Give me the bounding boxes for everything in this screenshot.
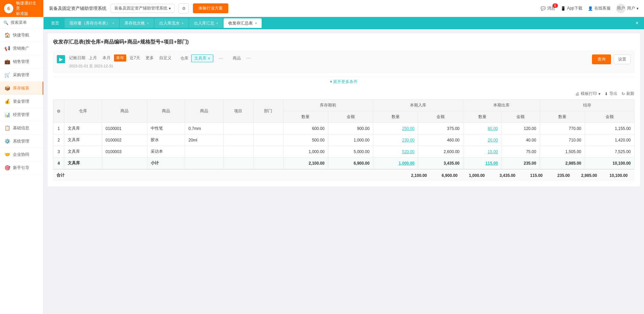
tab-close-icon[interactable]: × bbox=[112, 21, 114, 25]
th-department: 部门 bbox=[253, 100, 283, 123]
table-cell: 120.00 bbox=[501, 123, 540, 134]
table-cell[interactable]: 15.00 bbox=[463, 146, 501, 158]
date-btn-custom[interactable]: 自定义 bbox=[157, 54, 174, 62]
message-action[interactable]: 💬 消息 6 bbox=[541, 5, 555, 11]
table-cell[interactable]: 250.00 bbox=[373, 123, 418, 134]
table-cell bbox=[102, 158, 147, 169]
tab-label: 库存批次账 bbox=[125, 20, 145, 26]
user-action[interactable]: 用户 用户 ▾ bbox=[616, 4, 639, 13]
user-label: 用户 bbox=[627, 5, 635, 11]
tab-bar-close[interactable]: × bbox=[633, 20, 641, 26]
sidebar-item-purchase[interactable]: 🛒 采购管理 bbox=[0, 68, 43, 82]
sales-icon: 💼 bbox=[4, 59, 10, 65]
system-icon: ⚙️ bbox=[4, 138, 10, 144]
finance-icon: 💰 bbox=[4, 98, 10, 104]
table-cell[interactable]: 1,000.00 bbox=[373, 158, 418, 169]
sidebar-item-inventory[interactable]: 📦 库存核算 bbox=[0, 82, 43, 95]
th-opening-qty: 数量 bbox=[283, 111, 328, 123]
warehouse-tag[interactable]: 文具库 × bbox=[191, 54, 213, 62]
warehouse-tag-close[interactable]: × bbox=[208, 56, 210, 61]
app-download-action[interactable]: 📱 App下载 bbox=[561, 5, 582, 11]
table-cell: 2,100.00 bbox=[283, 158, 328, 169]
table-cell: 0100003 bbox=[102, 146, 147, 158]
sidebar-item-guide[interactable]: 🎯 新手引导 bbox=[0, 161, 43, 175]
sidebar-item-operation[interactable]: 📊 经营管理 bbox=[0, 108, 43, 121]
table-cell: 500.00 bbox=[283, 134, 328, 146]
tab-close-icon[interactable]: × bbox=[182, 21, 184, 25]
query-button[interactable]: 查询 bbox=[592, 54, 611, 64]
goods-label: 商品 bbox=[233, 55, 241, 61]
warehouse-tag-label: 文具库 bbox=[194, 55, 207, 61]
page-title: 收发存汇总表(按仓库+商品编码+商品+规格型号+项目+部门) bbox=[53, 39, 634, 45]
table-cell: 采访本 bbox=[147, 146, 185, 158]
sidebar-item-enterprise[interactable]: 🤝 企业协同 bbox=[0, 148, 43, 161]
th-settings[interactable]: ⚙ bbox=[53, 100, 64, 123]
table-cell bbox=[223, 123, 253, 134]
date-filter-label: 记账日期 bbox=[69, 55, 85, 61]
sidebar-item-label: 企业协同 bbox=[13, 152, 29, 158]
filter-expand-button[interactable]: ▶ bbox=[57, 55, 65, 63]
th-out-amount: 金额 bbox=[501, 111, 540, 123]
sidebar-item-system[interactable]: ⚙️ 系统管理 bbox=[0, 135, 43, 148]
table-cell: 文具库 bbox=[64, 158, 102, 169]
date-btn-7days[interactable]: 近7天 bbox=[128, 54, 142, 62]
tab-close-icon[interactable]: × bbox=[216, 21, 218, 25]
sidebar-item-marketing[interactable]: 📢 营销推广 bbox=[0, 42, 43, 55]
refresh-button[interactable]: ↻ 刷新 bbox=[622, 91, 634, 97]
setting-button[interactable]: 设置 bbox=[614, 54, 631, 64]
tab-in-out-summary[interactable]: 出入库汇总 × bbox=[189, 18, 223, 28]
warehouse-more-dots[interactable]: ··· bbox=[216, 55, 226, 62]
table-cell[interactable]: 20.00 bbox=[463, 134, 501, 146]
sidebar-search[interactable]: 🔍 搜索菜单 bbox=[0, 17, 43, 29]
tab-close-icon[interactable]: × bbox=[255, 21, 257, 25]
table-cell[interactable]: 230.00 bbox=[373, 134, 418, 146]
table-cell: 胶水 bbox=[147, 134, 185, 146]
export-button[interactable]: ⬇ 导出 bbox=[605, 91, 617, 97]
system-selector[interactable]: 装备及固定资产辅助管理系统 ▾ bbox=[111, 4, 175, 13]
tab-batch-ledger[interactable]: 库存批次账 × bbox=[120, 18, 154, 28]
date-btn-this-year[interactable]: 本年 bbox=[114, 54, 126, 62]
table-cell: 0100002 bbox=[102, 134, 147, 146]
sidebar-item-sales[interactable]: 💼 销售管理 bbox=[0, 55, 43, 68]
date-btn-more[interactable]: 更多 bbox=[144, 54, 156, 62]
th-closing-qty: 数量 bbox=[540, 111, 585, 123]
filter-actions: 查询 设置 bbox=[592, 54, 631, 64]
settings-button[interactable]: ⚙ bbox=[179, 3, 189, 14]
table-cell[interactable]: 520.00 bbox=[373, 146, 418, 158]
table-cell[interactable]: 80.00 bbox=[463, 123, 501, 134]
quick-nav-icon: 🏠 bbox=[4, 32, 10, 38]
sidebar-item-quick-nav[interactable]: 🏠 快捷导航 bbox=[0, 29, 43, 42]
date-btn-last-month[interactable]: 上月 bbox=[87, 54, 99, 62]
table-cell bbox=[253, 158, 283, 169]
expand-more-button[interactable]: ▾ 展开更多条件 bbox=[330, 79, 358, 84]
table-cell: 770.00 bbox=[540, 123, 585, 134]
trial-button[interactable]: 体验行业方案 bbox=[193, 3, 228, 13]
tab-recv-send-summary[interactable]: 收发存汇总表 × bbox=[224, 18, 262, 28]
filter-bar: ▶ 记账日期 上月 本月 本年 近7天 更多 自定义 2023-01-01 至 … bbox=[53, 51, 634, 72]
tab-inventory-dist[interactable]: 现存量（库存分布表） × bbox=[65, 18, 119, 28]
marketing-icon: 📢 bbox=[4, 45, 10, 51]
sidebar-item-label: 营销推广 bbox=[13, 46, 29, 51]
tab-close-icon[interactable]: × bbox=[147, 21, 149, 25]
table-cell: 900.00 bbox=[328, 123, 373, 134]
tab-in-out-flow[interactable]: 出入库流水 × bbox=[154, 18, 188, 28]
table-cell: 文具库 bbox=[64, 134, 102, 146]
sidebar-item-finance[interactable]: 💰 资金管理 bbox=[0, 95, 43, 108]
header-right: 💬 消息 6 📱 App下载 👤 在线客服 用户 用户 ▾ bbox=[541, 4, 639, 13]
th-goods-code: 商品 bbox=[102, 100, 147, 123]
th-goods-name: 商品 bbox=[147, 100, 185, 123]
warehouse-filter-group: 仓库 文具库 × ··· bbox=[180, 54, 226, 62]
template-print-button[interactable]: 🖨 模板打印 ▾ bbox=[575, 91, 600, 97]
online-service-label: 在线客服 bbox=[594, 5, 611, 11]
date-range: 2023-01-01 至 2023-12-31 bbox=[69, 64, 174, 69]
sidebar-item-base[interactable]: 📋 基础信息 bbox=[0, 121, 43, 135]
table-cell[interactable]: 115.00 bbox=[463, 158, 501, 169]
table-cell: 460.00 bbox=[418, 134, 463, 146]
goods-more-dots[interactable]: ··· bbox=[244, 54, 253, 62]
date-btn-this-month[interactable]: 本月 bbox=[100, 54, 113, 62]
table-cell bbox=[185, 158, 224, 169]
online-service-action[interactable]: 👤 在线客服 bbox=[588, 5, 611, 11]
sidebar-item-label: 系统管理 bbox=[13, 138, 29, 144]
tab-home[interactable]: 首页 bbox=[46, 18, 64, 28]
base-icon: 📋 bbox=[4, 125, 10, 131]
